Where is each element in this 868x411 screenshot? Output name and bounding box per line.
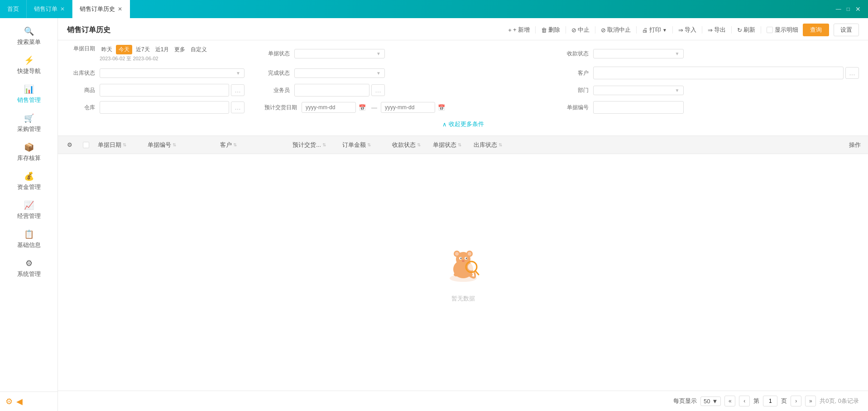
th-order-status[interactable]: 单据状态 ⇅ bbox=[429, 141, 470, 149]
th-num[interactable]: 单据编号 ⇅ bbox=[144, 141, 216, 149]
prev-page-button[interactable]: ‹ bbox=[739, 396, 750, 406]
divider4 bbox=[636, 26, 637, 34]
page-size-select[interactable]: 50 ▼ bbox=[700, 396, 721, 406]
order-no-input[interactable] bbox=[593, 101, 684, 114]
th-date[interactable]: 单据日期 ⇅ bbox=[94, 141, 144, 149]
delivery-date-end[interactable] bbox=[381, 102, 435, 113]
empty-illustration bbox=[441, 242, 486, 287]
cancel-stop-icon: ⊘ bbox=[601, 27, 606, 34]
next-page-button[interactable]: › bbox=[791, 396, 801, 406]
product-input[interactable] bbox=[100, 84, 229, 97]
sort-amount-icon[interactable]: ⇅ bbox=[367, 142, 371, 147]
sidebar-item-sales[interactable]: 📊 销售管理 bbox=[0, 80, 58, 109]
maximize-icon[interactable]: □ bbox=[847, 6, 850, 12]
sidebar-item-finance[interactable]: 💰 资金管理 bbox=[0, 167, 58, 196]
collapse-row[interactable]: ∧ 收起更多条件 bbox=[67, 118, 859, 131]
sort-recv-icon[interactable]: ⇅ bbox=[417, 142, 421, 147]
custom-btn[interactable]: 自定义 bbox=[189, 45, 209, 54]
print-button[interactable]: 🖨 打印 ▼ bbox=[642, 26, 667, 34]
order-status-select[interactable]: ▼ bbox=[294, 49, 385, 58]
customer-input[interactable] bbox=[593, 67, 844, 79]
salesman-label: 业务员 bbox=[262, 87, 294, 94]
sidebar-item-basic[interactable]: 📋 基础信息 bbox=[0, 225, 58, 254]
tab-sales-order[interactable]: 销售订单 ✕ bbox=[27, 0, 72, 18]
first-page-button[interactable]: « bbox=[724, 396, 735, 406]
sidebar-item-operations[interactable]: 📈 经营管理 bbox=[0, 196, 58, 225]
th-ops: 操作 bbox=[511, 141, 864, 149]
product-ellipsis-btn[interactable]: … bbox=[231, 84, 245, 96]
export-icon: ⇒ bbox=[708, 27, 713, 34]
sort-num-icon[interactable]: ⇅ bbox=[173, 142, 176, 147]
new-button[interactable]: + + 新增 bbox=[508, 26, 530, 34]
page-number-input[interactable] bbox=[763, 396, 777, 406]
tab-home[interactable]: 首页 bbox=[0, 0, 27, 18]
sidebar-item-quicknav[interactable]: ⚡ 快捷导航 bbox=[0, 51, 58, 80]
month-btn[interactable]: 近1月 bbox=[153, 45, 171, 54]
svg-point-15 bbox=[454, 273, 459, 276]
close-window-icon[interactable]: ✕ bbox=[855, 5, 861, 13]
tab-bar: 首页 销售订单 ✕ 销售订单历史 ✕ bbox=[0, 0, 829, 18]
calendar-start-icon[interactable]: 📅 bbox=[359, 104, 366, 111]
sidebar-item-search[interactable]: 🔍 搜索菜单 bbox=[0, 22, 58, 51]
header-checkbox[interactable] bbox=[83, 142, 89, 148]
stop-button[interactable]: ⊘ 中止 bbox=[571, 26, 590, 34]
week-btn[interactable]: 近7天 bbox=[134, 45, 152, 54]
sidebar-collapse-icon[interactable]: ◀ bbox=[16, 396, 23, 406]
th-delivery[interactable]: 预计交货... ⇅ bbox=[289, 141, 339, 149]
sidebar-item-inventory[interactable]: 📦 库存核算 bbox=[0, 138, 58, 167]
last-page-button[interactable]: » bbox=[805, 396, 816, 406]
sort-out-icon[interactable]: ⇅ bbox=[499, 142, 502, 147]
import-icon: ⇒ bbox=[678, 27, 683, 34]
filter-row-2: 出库状态 ▼ 完成状态 ▼ 客户 bbox=[67, 67, 859, 79]
page-title: 销售订单历史 bbox=[67, 25, 110, 35]
complete-status-select[interactable]: ▼ bbox=[294, 68, 385, 78]
sort-order-status-icon[interactable]: ⇅ bbox=[458, 142, 461, 147]
today-btn[interactable]: 今天 bbox=[116, 45, 132, 54]
order-status-label: 单据状态 bbox=[262, 50, 294, 58]
display-toggle[interactable]: 显示明细 bbox=[767, 26, 798, 34]
tab-sales-order-history[interactable]: 销售订单历史 ✕ bbox=[72, 0, 130, 18]
sidebar-settings-icon[interactable]: ⚙ bbox=[5, 396, 13, 406]
display-toggle-checkbox[interactable] bbox=[767, 27, 773, 33]
close-sales-order-history-tab[interactable]: ✕ bbox=[118, 6, 122, 12]
export-button[interactable]: ⇒ 导出 bbox=[708, 26, 726, 34]
sort-delivery-icon[interactable]: ⇅ bbox=[322, 142, 326, 147]
recv-status-select[interactable]: ▼ bbox=[593, 49, 684, 58]
th-out-status[interactable]: 出库状态 ⇅ bbox=[470, 141, 511, 149]
delivery-date-start[interactable] bbox=[302, 102, 356, 113]
basic-icon: 📋 bbox=[24, 229, 34, 239]
refresh-icon: ↻ bbox=[737, 27, 742, 34]
out-status-select[interactable]: ▼ bbox=[100, 68, 245, 78]
customer-ellipsis-btn[interactable]: … bbox=[845, 67, 859, 79]
refresh-button[interactable]: ↻ 刷新 bbox=[737, 26, 755, 34]
th-customer[interactable]: 客户 ⇅ bbox=[216, 141, 289, 149]
minimize-icon[interactable]: — bbox=[836, 6, 841, 12]
sort-customer-icon[interactable]: ⇅ bbox=[233, 142, 237, 147]
warehouse-ellipsis-btn[interactable]: … bbox=[231, 102, 245, 113]
cancel-stop-button[interactable]: ⊘ 取消中止 bbox=[601, 26, 631, 34]
recv-status-arrow-icon: ▼ bbox=[675, 51, 680, 56]
more-btn[interactable]: 更多 bbox=[173, 45, 187, 54]
dept-arrow-icon: ▼ bbox=[675, 88, 680, 93]
close-sales-order-tab[interactable]: ✕ bbox=[60, 6, 65, 12]
search-menu-icon: 🔍 bbox=[24, 26, 34, 36]
sort-date-icon[interactable]: ⇅ bbox=[123, 142, 126, 147]
th-recv-status[interactable]: 收款状态 ⇅ bbox=[388, 141, 429, 149]
warehouse-input[interactable] bbox=[100, 101, 229, 114]
main-layout: 🔍 搜索菜单 ⚡ 快捷导航 📊 销售管理 🛒 采购管理 📦 库存核算 💰 资金管… bbox=[0, 18, 868, 411]
page-size-label: 每页显示 bbox=[673, 397, 697, 405]
dept-select[interactable]: ▼ bbox=[593, 86, 684, 95]
sidebar-item-purchase[interactable]: 🛒 采购管理 bbox=[0, 109, 58, 138]
yesterday-btn[interactable]: 昨天 bbox=[100, 45, 114, 54]
query-button[interactable]: 查询 bbox=[803, 24, 829, 36]
salesman-ellipsis-btn[interactable]: … bbox=[371, 84, 385, 96]
import-button[interactable]: ⇒ 导入 bbox=[678, 26, 696, 34]
th-checkbox[interactable] bbox=[78, 142, 94, 148]
th-amount[interactable]: 订单金额 ⇅ bbox=[339, 141, 388, 149]
sidebar-item-system[interactable]: ⚙ 系统管理 bbox=[0, 254, 58, 283]
th-settings[interactable]: ⚙ bbox=[62, 141, 78, 148]
delete-button[interactable]: 🗑 删除 bbox=[541, 26, 560, 34]
calendar-end-icon[interactable]: 📅 bbox=[438, 104, 445, 111]
settings-button[interactable]: 设置 bbox=[834, 24, 859, 36]
salesman-input[interactable] bbox=[294, 84, 369, 97]
